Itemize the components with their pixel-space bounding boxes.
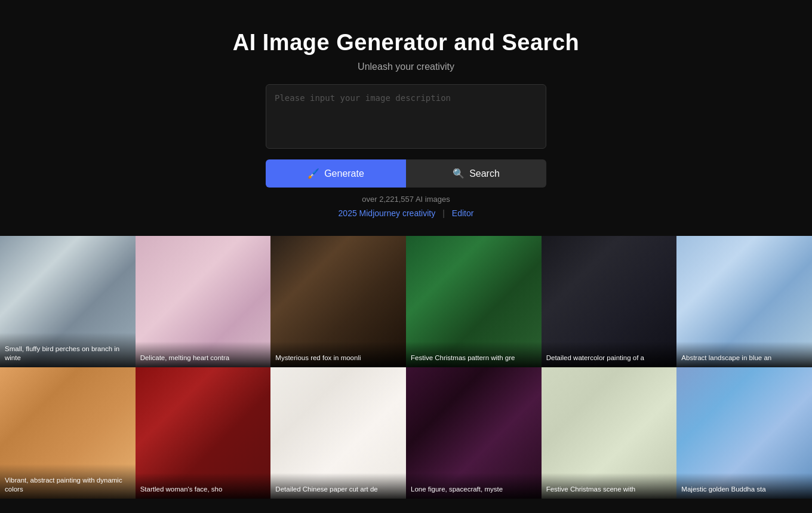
gallery-card-lone[interactable]: Lone figure, spacecraft, myste	[406, 367, 542, 499]
gallery-card-fox[interactable]: Mysterious red fox in moonli	[270, 236, 406, 367]
page-title: AI Image Generator and Search	[233, 30, 579, 56]
card-label-fox: Mysterious red fox in moonli	[270, 342, 406, 367]
image-gallery: Small, fluffy bird perches on branch in …	[0, 236, 812, 499]
gallery-card-christmas[interactable]: Festive Christmas pattern with gre	[406, 236, 542, 367]
hero-subtitle: Unleash your creativity	[358, 62, 454, 72]
gallery-card-robot[interactable]: Detailed watercolor painting of a	[542, 236, 677, 367]
hero-section: AI Image Generator and Search Unleash yo…	[0, 0, 812, 236]
gallery-card-buddha[interactable]: Majestic golden Buddha sta	[676, 367, 812, 499]
action-buttons: 🖌️ Generate 🔍 Search	[266, 159, 546, 188]
gallery-card-startled[interactable]: Startled woman's face, sho	[136, 367, 271, 499]
card-label-lone: Lone figure, spacecraft, myste	[406, 473, 542, 499]
search-icon: 🔍	[453, 168, 465, 179]
card-label-bird: Small, fluffy bird perches on branch in …	[0, 333, 136, 367]
gallery-card-colorful[interactable]: Vibrant, abstract painting with dynamic …	[0, 367, 136, 499]
link-separator: |	[442, 208, 445, 218]
gallery-card-heart[interactable]: Delicate, melting heart contra	[136, 236, 271, 367]
card-label-robot: Detailed watercolor painting of a	[542, 342, 677, 367]
gallery-card-abstract-blue[interactable]: Abstract landscape in blue an	[676, 236, 812, 367]
editor-link[interactable]: Editor	[452, 208, 474, 218]
input-wrapper	[266, 84, 546, 151]
gallery-card-chinese[interactable]: Detailed Chinese paper cut art de	[270, 367, 406, 499]
generate-label: Generate	[324, 168, 364, 179]
card-label-christmas: Festive Christmas pattern with gre	[406, 342, 542, 367]
card-label-bell: Festive Christmas scene with	[542, 473, 677, 499]
gallery-row-2: Vibrant, abstract painting with dynamic …	[0, 367, 812, 499]
gallery-row-1: Small, fluffy bird perches on branch in …	[0, 236, 812, 367]
description-input[interactable]	[266, 84, 546, 149]
card-label-colorful: Vibrant, abstract painting with dynamic …	[0, 464, 136, 499]
card-label-buddha: Majestic golden Buddha sta	[676, 473, 812, 499]
brush-icon: 🖌️	[307, 168, 319, 179]
card-label-chinese: Detailed Chinese paper cut art de	[270, 473, 406, 499]
image-count: over 2,221,557 AI images	[362, 195, 450, 204]
gallery-card-bird[interactable]: Small, fluffy bird perches on branch in …	[0, 236, 136, 367]
links-row: 2025 Midjourney creativity | Editor	[339, 208, 474, 218]
card-label-abstract-blue: Abstract landscape in blue an	[676, 342, 812, 367]
search-label: Search	[469, 168, 500, 179]
gallery-card-bell[interactable]: Festive Christmas scene with	[542, 367, 677, 499]
card-label-heart: Delicate, melting heart contra	[136, 342, 271, 367]
generate-button[interactable]: 🖌️ Generate	[266, 159, 406, 188]
midjourney-link[interactable]: 2025 Midjourney creativity	[339, 208, 436, 218]
search-button[interactable]: 🔍 Search	[406, 159, 546, 188]
card-label-startled: Startled woman's face, sho	[136, 473, 271, 499]
